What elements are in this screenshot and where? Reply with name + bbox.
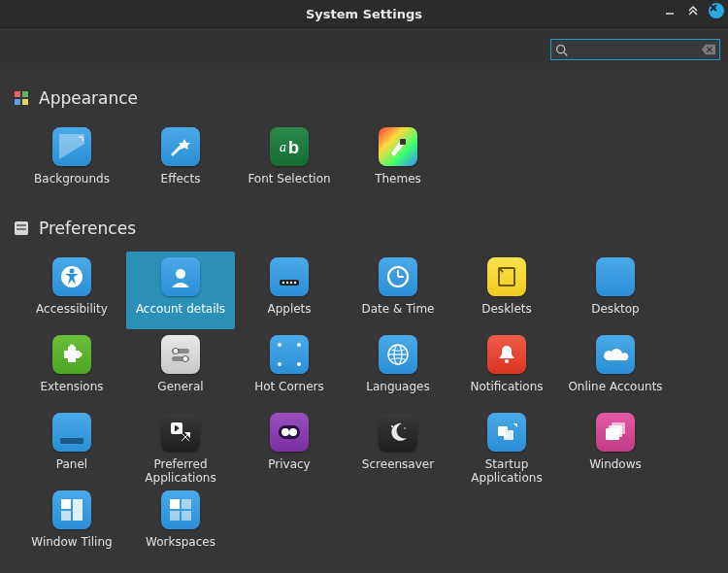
clear-search-icon[interactable]	[702, 44, 715, 55]
backgrounds-icon	[52, 127, 91, 166]
item-desklets[interactable]: Desklets	[452, 252, 561, 329]
item-label: Backgrounds	[17, 172, 126, 185]
screensaver-icon	[379, 413, 417, 452]
svg-rect-59	[61, 499, 71, 509]
item-label: Workspaces	[126, 535, 235, 549]
item-font-selection[interactable]: ab Font Selection	[235, 121, 344, 199]
svg-point-20	[176, 269, 185, 279]
svg-text:a: a	[280, 140, 286, 154]
item-label: Account details	[126, 302, 235, 316]
item-screensaver[interactable]: Screensaver	[344, 407, 452, 485]
item-notifications[interactable]: Notifications	[452, 329, 561, 407]
svg-rect-7	[15, 91, 20, 97]
item-label: Screensaver	[344, 457, 452, 471]
item-applets[interactable]: Applets	[235, 252, 344, 329]
svg-point-25	[294, 282, 296, 284]
startup-icon	[487, 413, 526, 452]
item-panel[interactable]: Panel	[17, 407, 126, 485]
item-startup-applications[interactable]: Startup Applications	[452, 407, 561, 485]
item-backgrounds[interactable]: Backgrounds	[17, 121, 126, 199]
svg-point-50	[289, 428, 297, 436]
preferred-apps-icon: ♪	[161, 413, 200, 452]
svg-point-52	[404, 427, 406, 429]
extensions-icon	[52, 335, 91, 374]
svg-point-33	[173, 349, 179, 354]
minimize-button[interactable]	[662, 3, 678, 18]
item-preferred-applications[interactable]: ♪ Preferred Applications	[126, 407, 235, 485]
svg-text:♪: ♪	[174, 424, 179, 433]
item-themes[interactable]: Themes	[344, 121, 452, 199]
item-workspaces[interactable]: Workspaces	[126, 485, 235, 562]
svg-rect-64	[170, 511, 180, 521]
svg-point-19	[70, 269, 75, 274]
svg-rect-8	[22, 91, 28, 97]
appearance-grid: Backgrounds Effects ab Font Selection Th…	[0, 114, 728, 199]
item-extensions[interactable]: Extensions	[17, 329, 126, 407]
svg-rect-9	[15, 99, 20, 105]
search-input[interactable]	[572, 40, 702, 59]
item-label: Hot Corners	[235, 380, 344, 393]
general-icon	[161, 335, 200, 374]
windows-icon	[596, 413, 635, 452]
item-label: Date & Time	[344, 302, 452, 316]
item-label: Preferred Applications	[126, 457, 235, 485]
item-label: Online Accounts	[561, 380, 670, 393]
svg-rect-44	[60, 438, 83, 444]
tiling-icon	[52, 490, 91, 529]
svg-point-35	[182, 356, 188, 362]
titlebar: System Settings	[0, 0, 728, 28]
maximize-button[interactable]	[685, 3, 701, 18]
svg-point-23	[286, 282, 288, 284]
section-title: Preferences	[39, 219, 136, 238]
search-box[interactable]	[550, 39, 720, 60]
svg-point-49	[281, 428, 289, 436]
toolbar	[0, 28, 728, 69]
svg-text:b: b	[288, 138, 299, 157]
item-label: Desktop	[561, 302, 670, 316]
section-preferences: Preferences Accessibility Account detail…	[0, 199, 728, 562]
item-privacy[interactable]: Privacy	[235, 407, 344, 485]
svg-rect-65	[182, 511, 191, 521]
window-controls	[662, 3, 724, 18]
svg-rect-14	[400, 139, 406, 145]
appearance-section-icon	[14, 90, 29, 106]
svg-point-43	[505, 359, 509, 363]
item-desktop[interactable]: Desktop	[561, 252, 670, 329]
svg-rect-58	[606, 428, 619, 440]
svg-rect-61	[61, 511, 71, 521]
themes-icon	[379, 127, 417, 166]
svg-rect-10	[22, 99, 28, 105]
item-label: Notifications	[452, 380, 561, 393]
item-windows[interactable]: Windows	[561, 407, 670, 485]
item-label: Startup Applications	[452, 457, 561, 485]
svg-marker-55	[513, 423, 517, 427]
item-label: Accessibility	[17, 302, 126, 316]
svg-point-22	[282, 282, 284, 284]
svg-point-39	[297, 362, 301, 366]
panel-icon	[52, 413, 91, 452]
item-window-tiling[interactable]: Window Tiling	[17, 485, 126, 562]
svg-rect-54	[504, 430, 513, 440]
item-accessibility[interactable]: Accessibility	[17, 252, 126, 329]
svg-rect-62	[170, 499, 180, 509]
svg-line-4	[564, 51, 567, 54]
item-languages[interactable]: Languages	[344, 329, 452, 407]
close-button[interactable]	[709, 3, 724, 18]
item-label: Extensions	[17, 380, 126, 393]
item-date-time[interactable]: Date & Time	[344, 252, 452, 329]
notifications-icon	[487, 335, 526, 374]
section-header-preferences: Preferences	[0, 199, 728, 244]
font-icon: ab	[270, 127, 309, 166]
account-icon	[161, 257, 200, 296]
item-label: Windows	[561, 457, 670, 471]
item-effects[interactable]: Effects	[126, 121, 235, 199]
item-label: Languages	[344, 380, 452, 393]
window-title: System Settings	[306, 7, 422, 21]
item-account-details[interactable]: Account details	[126, 252, 235, 329]
item-online-accounts[interactable]: Online Accounts	[561, 329, 670, 407]
item-general[interactable]: General	[126, 329, 235, 407]
item-label: Panel	[17, 457, 126, 471]
item-hot-corners[interactable]: Hot Corners	[235, 329, 344, 407]
item-label: Window Tiling	[17, 535, 126, 549]
svg-rect-60	[73, 499, 83, 521]
